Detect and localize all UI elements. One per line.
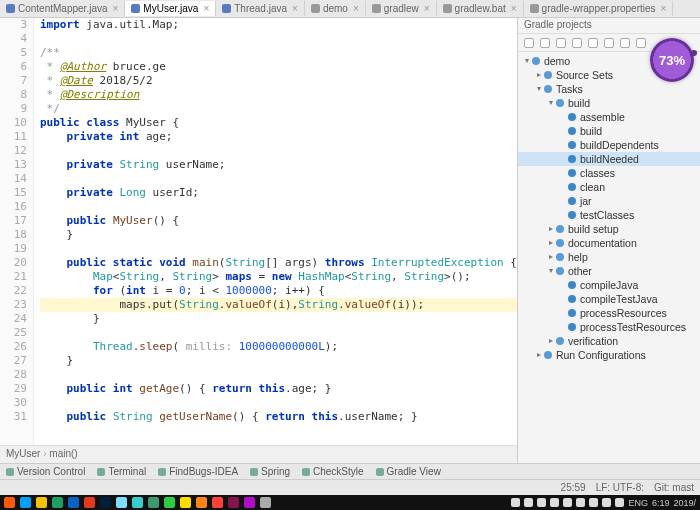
editor-tab[interactable]: gradle-wrapper.properties× — [524, 1, 674, 16]
collapse-icon[interactable] — [604, 38, 614, 48]
progress-wheel[interactable]: 73% — [650, 38, 694, 82]
tree-node[interactable]: ▾build — [518, 96, 700, 110]
run-icon[interactable] — [572, 38, 582, 48]
taskbar-app-icon[interactable] — [68, 497, 79, 508]
tool-window-button[interactable]: FindBugs-IDEA — [158, 466, 238, 477]
taskbar-app-icon[interactable] — [100, 497, 111, 508]
tree-node[interactable]: ▸help — [518, 250, 700, 264]
taskbar-app-icon[interactable] — [20, 497, 31, 508]
tree-node[interactable]: classes — [518, 166, 700, 180]
tool-window-button[interactable]: Terminal — [97, 466, 146, 477]
taskbar-app-icon[interactable] — [260, 497, 271, 508]
chevron-icon[interactable]: ▸ — [546, 250, 556, 264]
status-encoding[interactable]: LF: UTF-8: — [596, 482, 644, 493]
tray-icon[interactable] — [550, 498, 559, 507]
taskbar-app-icon[interactable] — [180, 497, 191, 508]
tree-node[interactable]: jar — [518, 194, 700, 208]
editor-code[interactable]: import java.util.Map; /** * @Author bruc… — [34, 18, 517, 445]
chevron-icon[interactable]: ▾ — [522, 54, 532, 68]
wrench-icon[interactable] — [636, 38, 646, 48]
tree-node[interactable]: ▸documentation — [518, 236, 700, 250]
tree-node[interactable]: ▸verification — [518, 334, 700, 348]
plus-icon[interactable] — [540, 38, 550, 48]
close-icon[interactable]: × — [292, 3, 298, 14]
tree-node[interactable]: ▸Run Configurations — [518, 348, 700, 362]
crumb-method[interactable]: main() — [43, 448, 77, 459]
status-git[interactable]: Git: mast — [654, 482, 694, 493]
tray-icon[interactable] — [537, 498, 546, 507]
settings-icon[interactable] — [620, 38, 630, 48]
tool-icon — [97, 468, 105, 476]
tree-node[interactable]: buildDependents — [518, 138, 700, 152]
tray-lang[interactable]: ENG — [628, 498, 648, 508]
tray-icon[interactable] — [602, 498, 611, 507]
taskbar-app-icon[interactable] — [4, 497, 15, 508]
tree-node[interactable]: processTestResources — [518, 320, 700, 334]
chevron-icon[interactable]: ▸ — [546, 236, 556, 250]
tree-node[interactable]: testClasses — [518, 208, 700, 222]
tree-node[interactable]: clean — [518, 180, 700, 194]
close-icon[interactable]: × — [511, 3, 517, 14]
close-icon[interactable]: × — [424, 3, 430, 14]
tray-icon[interactable] — [576, 498, 585, 507]
chevron-icon[interactable]: ▸ — [546, 222, 556, 236]
tray-icon[interactable] — [589, 498, 598, 507]
status-bar: 25:59 LF: UTF-8: Git: mast — [0, 479, 700, 495]
close-icon[interactable]: × — [353, 3, 359, 14]
tree-node[interactable]: assemble — [518, 110, 700, 124]
taskbar-app-icon[interactable] — [116, 497, 127, 508]
editor-tab[interactable]: MyUser.java× — [125, 1, 216, 16]
tool-window-button[interactable]: Version Control — [6, 466, 85, 477]
tree-node[interactable]: ▾Tasks — [518, 82, 700, 96]
close-icon[interactable]: × — [203, 3, 209, 14]
editor-tab[interactable]: ContentMapper.java× — [0, 1, 125, 16]
chevron-icon[interactable]: ▸ — [534, 348, 544, 362]
tray-time[interactable]: 6:19 — [652, 498, 670, 508]
refresh-icon[interactable] — [524, 38, 534, 48]
crumb-class[interactable]: MyUser — [6, 448, 40, 459]
close-icon[interactable]: × — [113, 3, 119, 14]
taskbar-app-icon[interactable] — [244, 497, 255, 508]
tree-node[interactable]: compileTestJava — [518, 292, 700, 306]
breadcrumb[interactable]: MyUser main() — [0, 445, 517, 463]
system-tray[interactable]: ENG6:192019/ — [511, 498, 696, 508]
tray-icon[interactable] — [563, 498, 572, 507]
tool-window-button[interactable]: Gradle View — [376, 466, 441, 477]
chevron-icon[interactable]: ▸ — [534, 68, 544, 82]
expand-icon[interactable] — [588, 38, 598, 48]
editor-tab[interactable]: demo× — [305, 1, 366, 16]
tree-node[interactable]: ▸build setup — [518, 222, 700, 236]
tree-node[interactable]: buildNeeded — [518, 152, 700, 166]
tray-icon[interactable] — [615, 498, 624, 507]
taskbar-app-icon[interactable] — [228, 497, 239, 508]
close-icon[interactable]: × — [661, 3, 667, 14]
file-icon — [311, 4, 320, 13]
chevron-icon[interactable]: ▾ — [546, 96, 556, 110]
taskbar-app-icon[interactable] — [196, 497, 207, 508]
editor-tab[interactable]: gradlew.bat× — [437, 1, 524, 16]
tree-node[interactable]: processResources — [518, 306, 700, 320]
task-icon — [568, 323, 576, 331]
taskbar-app-icon[interactable] — [132, 497, 143, 508]
taskbar-app-icon[interactable] — [84, 497, 95, 508]
chevron-icon[interactable]: ▸ — [546, 334, 556, 348]
minus-icon[interactable] — [556, 38, 566, 48]
tree-node[interactable]: build — [518, 124, 700, 138]
editor-tab[interactable]: gradlew× — [366, 1, 437, 16]
chevron-icon[interactable]: ▾ — [546, 264, 556, 278]
taskbar-app-icon[interactable] — [36, 497, 47, 508]
tree-node[interactable]: compileJava — [518, 278, 700, 292]
tray-date[interactable]: 2019/ — [673, 498, 696, 508]
tool-window-button[interactable]: Spring — [250, 466, 290, 477]
chevron-icon[interactable]: ▾ — [534, 82, 544, 96]
tray-icon[interactable] — [524, 498, 533, 507]
task-icon — [556, 99, 564, 107]
taskbar-app-icon[interactable] — [148, 497, 159, 508]
taskbar-app-icon[interactable] — [212, 497, 223, 508]
tray-icon[interactable] — [511, 498, 520, 507]
tree-node[interactable]: ▾other — [518, 264, 700, 278]
editor-tab[interactable]: Thread.java× — [216, 1, 305, 16]
taskbar-app-icon[interactable] — [52, 497, 63, 508]
taskbar-app-icon[interactable] — [164, 497, 175, 508]
tool-window-button[interactable]: CheckStyle — [302, 466, 364, 477]
